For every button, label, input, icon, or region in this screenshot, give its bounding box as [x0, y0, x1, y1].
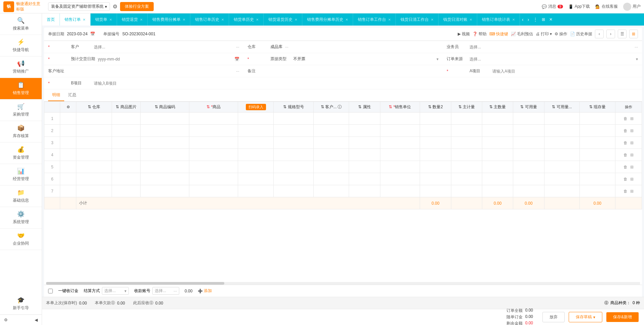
warehouse-more-icon[interactable]: ··· [285, 45, 289, 49]
col-customer-ref[interactable]: ⇅ 客户... ⓘ [313, 102, 349, 113]
scan-button[interactable]: 扫码录入 [246, 104, 266, 110]
settings-icon[interactable]: ⚙ [113, 3, 117, 10]
sidebar-item-quick-nav[interactable]: ⚡ 快捷导航 [0, 35, 42, 56]
row-delete-icon[interactable]: 🗑 [623, 140, 628, 145]
tab-sales-refund-history[interactable]: 销货退货历史 ✕ [264, 13, 302, 26]
settings-bottom-icon[interactable]: ⚙ [4, 318, 8, 322]
col-available2[interactable]: ⇅ 可用量... [544, 102, 580, 113]
tab-sales-refund[interactable]: 销货退货 ✕ [117, 13, 148, 26]
tab-sales-order[interactable]: 销售订单 ✕ [60, 13, 90, 26]
row-delete-icon[interactable]: 🗑 [623, 189, 628, 194]
row-copy-icon[interactable]: ⊞ [630, 140, 634, 145]
user-avatar[interactable]: 用户 [623, 3, 641, 11]
product-count-icon[interactable]: ⓪ [604, 300, 608, 306]
collapse-sidebar-icon[interactable]: ◀ [35, 318, 38, 322]
one-click-deposit-checkbox[interactable] [48, 289, 53, 293]
sidebar-item-system[interactable]: ⚙️ 系统管理 [0, 207, 42, 229]
close-tab-icon[interactable]: ✕ [388, 18, 391, 22]
row-delete-icon[interactable]: 🗑 [623, 128, 628, 133]
save-new-button[interactable]: 保存&新增 [606, 312, 639, 322]
tab-daily-reconcile[interactable]: 钱货日清对账 ✕ [439, 13, 477, 26]
col-main-qty[interactable]: ⇅ 主数量 [482, 102, 513, 113]
help-button[interactable]: ❓ 帮助 [472, 31, 487, 37]
close-tab-icon[interactable]: ✕ [512, 18, 515, 22]
tab-summary[interactable]: 汇总 [64, 89, 80, 101]
print-button[interactable]: 🖨 打印 ▾ [536, 31, 552, 37]
row-copy-icon[interactable]: ⊞ [630, 189, 634, 194]
app-download-button[interactable]: 📱 App下载 [568, 4, 590, 9]
row-copy-icon[interactable]: ⊞ [630, 153, 634, 157]
col-sales-unit[interactable]: ⇅ *销售单位 [380, 102, 420, 113]
tab-sales-order-work[interactable]: 销售订单工作台 ✕ [353, 13, 396, 26]
tab-sales-fee-history[interactable]: 销售费用分摊单历史 ✕ [302, 13, 353, 26]
grid-view-icon[interactable]: ⊞ [629, 30, 638, 38]
tab-daily-work[interactable]: 钱货日清工作台 ✕ [396, 13, 439, 26]
close-tab-icon[interactable]: ✕ [431, 18, 433, 22]
tab-sales-order-history[interactable]: 销售订单历史 ✕ [190, 13, 229, 26]
sidebar-item-search[interactable]: 🔍 搜索菜单 [0, 13, 42, 35]
customer-addr-input[interactable] [71, 69, 233, 74]
col-settings-icon[interactable]: ⚙ [60, 102, 76, 113]
row-copy-icon[interactable]: ⊞ [630, 177, 634, 181]
tabs-close-all-icon[interactable]: ✕ [547, 17, 555, 22]
customer-input[interactable] [94, 45, 233, 49]
order-source-input[interactable] [469, 57, 633, 62]
col-product-code[interactable]: ⇅ 商品编码 [141, 102, 189, 113]
horizontal-scrollbar[interactable] [46, 282, 640, 285]
close-tab-icon[interactable]: ✕ [140, 18, 143, 22]
tab-detail[interactable]: 明细 [48, 89, 64, 101]
history-button[interactable]: 📄 历史单据 [570, 31, 592, 37]
col-available[interactable]: ⇅ 可用量 [513, 102, 544, 113]
col-warehouse[interactable]: ⇅ 仓库 [76, 102, 112, 113]
scroll-thumb[interactable] [46, 282, 224, 285]
sidebar-item-inventory[interactable]: 📦 库存核算 [0, 121, 42, 143]
order-source-arrow-icon[interactable]: ▾ [636, 57, 638, 62]
col-attr[interactable]: ⇅ 属性 [349, 102, 380, 113]
sidebar-item-sales[interactable]: 📋 销售管理 [0, 78, 42, 99]
row-copy-icon[interactable]: ⊞ [630, 165, 634, 169]
customer-more-icon[interactable]: ··· [236, 45, 239, 49]
sidebar-item-marketing[interactable]: 📢 营销推广 [0, 56, 42, 78]
tab-sales-stat[interactable]: 销售订单统计表 ✕ [477, 13, 520, 26]
industry-plan-button[interactable]: 体验行业方案 [120, 2, 154, 11]
tabs-more-icon[interactable]: ⋮ [531, 17, 540, 22]
sidebar-item-finance[interactable]: 💰 资金管理 [0, 143, 42, 164]
close-tab-icon[interactable]: ✕ [109, 18, 112, 22]
tab-sales-fee[interactable]: 销售费用分摊单 ✕ [148, 13, 190, 26]
col-current-stock[interactable]: ⇅ 现存量 [580, 102, 615, 113]
close-tab-icon[interactable]: ✕ [469, 18, 472, 22]
row-delete-icon[interactable]: 🗑 [623, 153, 628, 157]
tabs-grid-icon[interactable]: ⊞ [540, 17, 547, 22]
bank-account-select[interactable]: 选择... ··· [152, 287, 179, 295]
row-copy-icon[interactable]: ⊞ [630, 128, 634, 133]
calendar-icon[interactable]: 📅 [90, 32, 95, 36]
b-project-input[interactable] [94, 81, 239, 86]
close-tab-icon[interactable]: ✕ [295, 18, 297, 22]
sidebar-item-base[interactable]: 📁 基础信息 [0, 186, 42, 207]
row-copy-icon[interactable]: ⊞ [630, 116, 634, 121]
draft-arrow-icon[interactable]: ▾ [593, 315, 595, 320]
payment-method-select[interactable]: 选择... ▾ [102, 287, 129, 295]
row-delete-icon[interactable]: 🗑 [623, 116, 628, 121]
staff-input[interactable] [469, 45, 632, 49]
col-product-img[interactable]: ⇅ 商品图片 [112, 102, 141, 113]
online-service-button[interactable]: 💁 在线客服 [595, 4, 618, 9]
close-tab-icon[interactable]: ✕ [83, 18, 85, 22]
tab-sales-return-history[interactable]: 销货单历史 ✕ [229, 13, 264, 26]
calendar2-icon[interactable]: 📅 [234, 57, 239, 62]
col-main-unit[interactable]: ⇅ 主计量 [451, 102, 482, 113]
a-project-input[interactable] [492, 69, 638, 74]
list-view-icon[interactable]: ☰ [618, 30, 627, 38]
col-qty2[interactable]: ⇅ 数量2 [420, 102, 451, 113]
add-payment-button[interactable]: ➕ 添加 [198, 288, 212, 294]
close-tab-icon[interactable]: ✕ [256, 18, 259, 22]
delivery-date-input[interactable] [98, 57, 232, 62]
sidebar-item-business[interactable]: 📊 经营管理 [0, 164, 42, 186]
row-delete-icon[interactable]: 🗑 [623, 165, 628, 169]
profit-button[interactable]: 📈 毛利预估 [511, 31, 533, 37]
shortcut-button[interactable]: ⌨ 快捷键 [489, 31, 508, 37]
sidebar-item-purchase[interactable]: 🛒 采购管理 [0, 99, 42, 121]
sidebar-item-guide[interactable]: 🎓 新手引导 [0, 293, 42, 315]
tabs-prev-icon[interactable]: ‹ [520, 17, 526, 22]
operations-button[interactable]: ⚙ 操作 [555, 31, 567, 37]
